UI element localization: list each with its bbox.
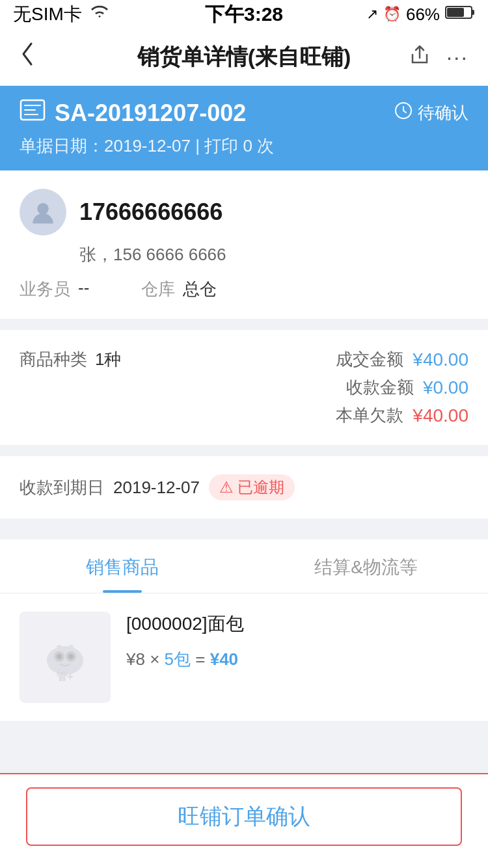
order-id: SA-20191207-002 [20,99,246,127]
order-icon [20,99,46,127]
overdue-text: 已逾期 [237,477,284,498]
more-icon[interactable]: ··· [446,44,468,70]
order-meta: 单据日期：2019-12-07 | 打印 0 次 [20,135,468,157]
battery-text: 66% [406,5,440,25]
product-type-value: 1种 [95,348,121,371]
customer-meta: 业务员 -- 仓库 总仓 [20,278,468,301]
customer-name: 张，156 6666 6666 [20,243,468,266]
status-time: 下午3:28 [205,1,283,28]
deal-amount: 成交金额 ¥40.00 [336,348,468,371]
receipt-amount-value: ¥0.00 [423,377,468,398]
avatar [20,189,66,236]
customer-phone: 17666666666 [79,198,223,226]
overdue-badge: ⚠ 已逾期 [209,474,295,500]
order-date: 单据日期：2019-12-07 [20,136,191,156]
share-icon[interactable] [409,44,431,70]
tabs-section: 销售商品 结算&物流等 [0,539,488,593]
due-date-label: 收款到期日 [20,476,104,499]
order-status: 待确认 [394,102,468,124]
receipt-amount: 收款金额 ¥0.00 [346,376,468,399]
order-header: SA-20191207-002 待确认 单据日期：2019-12-07 | 打印… [0,86,488,170]
due-date-value: 2019-12-07 [113,478,200,498]
tabs-row: 销售商品 结算&物流等 [0,539,488,593]
divider-2 [0,446,488,456]
page-title: 销货单详情(来自旺铺) [137,42,351,72]
status-bar: 无SIM卡 下午3:28 ↗ ⏰ 66% [0,0,488,29]
overdue-icon: ⚠ [219,478,234,496]
deal-amount-label: 成交金额 [336,348,403,371]
warehouse-label: 仓库 [141,278,175,301]
product-type: 商品种类 1种 [20,348,121,371]
divider-3 [0,529,488,539]
salesman-value: -- [78,278,89,301]
customer-section: 17666666666 张，156 6666 6666 业务员 -- 仓库 总仓 [0,170,488,319]
product-total: ¥40 [210,649,238,669]
warehouse-info: 仓库 总仓 [141,278,217,301]
carrier-text: 无SIM卡 [13,2,82,27]
status-clock-icon [394,102,413,124]
amounts: 成交金额 ¥40.00 收款金额 ¥0.00 本单欠款 ¥40.00 [336,348,468,427]
svg-point-9 [57,654,62,659]
debt-amount-label: 本单欠款 [336,404,403,427]
warehouse-value: 总仓 [183,278,217,301]
equals-text: = [195,649,210,669]
summary-section: 商品种类 1种 成交金额 ¥40.00 收款金额 ¥0.00 本单欠款 ¥40.… [0,330,488,446]
price-text: ¥8 × [126,649,165,669]
bottom-button-container: 旺铺订单确认 [0,773,488,868]
product-thumbnail: 管+ [20,612,111,703]
product-price: ¥8 × 5包 = ¥40 [126,648,468,671]
order-id-row: SA-20191207-002 待确认 [20,99,468,127]
product-qty: 5包 [165,649,191,669]
tab-settlement[interactable]: 结算&物流等 [244,539,488,593]
svg-text:管+: 管+ [57,671,73,682]
svg-rect-2 [447,8,464,17]
tab-sales[interactable]: 销售商品 [0,539,244,593]
customer-row: 17666666666 [20,189,468,236]
receipt-amount-label: 收款金额 [346,376,414,399]
alarm-icon: ⏰ [383,6,401,23]
svg-point-10 [68,654,74,659]
status-left: 无SIM卡 [13,2,111,27]
back-button[interactable] [20,41,35,73]
summary-row: 商品种类 1种 成交金额 ¥40.00 收款金额 ¥0.00 本单欠款 ¥40.… [20,348,468,427]
location-icon: ↗ [366,6,378,23]
battery-icon [445,5,475,25]
deal-amount-value: ¥40.00 [413,349,468,370]
status-right: ↗ ⏰ 66% [366,5,475,25]
svg-point-5 [37,203,49,215]
order-print: 打印 0 次 [204,136,274,156]
product-name: [0000002]面包 [126,612,468,636]
nav-bar: 销货单详情(来自旺铺) ··· [0,29,488,86]
status-text: 待确认 [418,102,468,124]
confirm-order-button[interactable]: 旺铺订单确认 [26,787,462,846]
product-type-label: 商品种类 [20,348,87,371]
svg-rect-1 [472,10,474,15]
nav-actions: ··· [409,44,468,70]
divider-1 [0,319,488,330]
salesman-label: 业务员 [20,278,70,301]
debt-amount-value: ¥40.00 [413,405,468,426]
due-section: 收款到期日 2019-12-07 ⚠ 已逾期 [0,456,488,519]
product-section: 管+ [0000002]面包 ¥8 × 5包 = ¥40 [0,593,488,721]
wifi-icon [88,4,111,25]
product-info: [0000002]面包 ¥8 × 5包 = ¥40 [126,612,468,703]
debt-amount: 本单欠款 ¥40.00 [336,404,468,427]
salesman-info: 业务员 -- [20,278,89,301]
